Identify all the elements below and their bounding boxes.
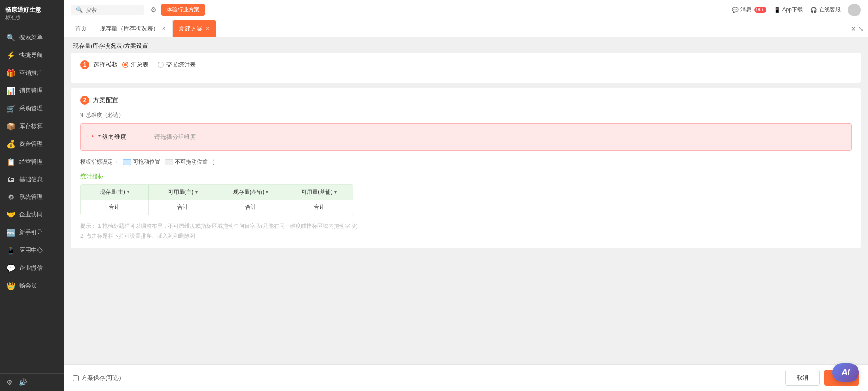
headset-icon: 🎧 bbox=[810, 7, 817, 13]
search-input[interactable] bbox=[86, 7, 131, 13]
tips-area: 提示： 1.拖动标题栏可以调整布局，不可跨维度或指标区域拖动任何目字段(只能在同… bbox=[80, 221, 852, 241]
tab-new-plan[interactable]: 新建方案✕ bbox=[173, 20, 216, 37]
messages-label: 消息 bbox=[740, 6, 751, 14]
sidebar-item-search-menu[interactable]: 🔍 搜索菜单 bbox=[0, 29, 64, 46]
sidebar-item-marketing[interactable]: 🎁 营销推广 bbox=[0, 64, 64, 82]
stats-table-header: 现存量(主)▾可用量(主)▾现存量(基辅)▾可用量(基辅)▾ bbox=[81, 185, 353, 200]
col-label: 现存量(基辅) bbox=[233, 188, 264, 196]
avatar[interactable] bbox=[848, 4, 861, 16]
stats-header-col[interactable]: 可用量(基辅)▾ bbox=[285, 185, 353, 200]
vertical-dim-label: * 纵向维度 bbox=[98, 133, 126, 141]
sidebar-item-members[interactable]: 👑 畅会员 bbox=[0, 277, 64, 295]
gear-icon[interactable]: ⚙ bbox=[150, 5, 157, 14]
sidebar-icon-members: 👑 bbox=[6, 282, 15, 290]
sidebar-item-new-guide[interactable]: 🆕 新手引导 bbox=[0, 224, 64, 242]
tab-home[interactable]: 首页 bbox=[68, 20, 93, 37]
radio-summary-dot bbox=[122, 62, 128, 68]
content-area: 现存量(库存状况表)方案设置 1 选择模板 汇总表 交叉统计表 bbox=[64, 37, 868, 364]
tabs-bar: 首页现存量（库存状况表）✕新建方案✕ ✕ ⤡ bbox=[64, 20, 868, 37]
indicator-settings-label: 模板指标设定（ bbox=[80, 158, 118, 166]
search-icon: 🔍 bbox=[76, 6, 83, 13]
messages-item[interactable]: 💬 消息 99+ bbox=[732, 6, 766, 14]
stats-body-cell: 合计 bbox=[149, 200, 217, 215]
industry-plan-button[interactable]: 体验行业方案 bbox=[161, 4, 205, 16]
section1-panel: 1 选择模板 汇总表 交叉统计表 bbox=[71, 53, 861, 83]
required-dash: —— bbox=[134, 134, 146, 141]
sidebar-item-inventory[interactable]: 📦 库存核算 bbox=[0, 118, 64, 135]
radio-cross-label: 交叉统计表 bbox=[166, 61, 196, 69]
save-checkbox-input[interactable] bbox=[73, 375, 79, 381]
sidebar-item-wechat[interactable]: 💬 企业微信 bbox=[0, 259, 64, 277]
app-download-item[interactable]: 📱 App下载 bbox=[774, 6, 803, 14]
speaker-icon[interactable]: 🔊 bbox=[19, 378, 27, 386]
topbar-right: 💬 消息 99+ 📱 App下载 🎧 在线客服 bbox=[732, 4, 861, 16]
sidebar-label-system: 系统管理 bbox=[19, 193, 43, 201]
tab-close-inventory[interactable]: ✕ bbox=[162, 26, 166, 31]
sidebar-item-system[interactable]: ⚙ 系统管理 bbox=[0, 188, 64, 206]
app-download-label: App下载 bbox=[782, 6, 803, 14]
radio-cross[interactable]: 交叉统计表 bbox=[158, 61, 196, 69]
stats-table: 现存量(主)▾可用量(主)▾现存量(基辅)▾可用量(基辅)▾ 合计合计合计合计 bbox=[80, 184, 353, 215]
template-radio-group: 汇总表 交叉统计表 bbox=[122, 61, 196, 69]
chevron-down-icon[interactable]: ▾ bbox=[127, 190, 129, 195]
tab-label-home: 首页 bbox=[75, 25, 87, 33]
sidebar-icon-marketing: 🎁 bbox=[6, 69, 15, 77]
section2-title: 方案配置 bbox=[93, 96, 118, 104]
sidebar-label-basic-info: 基础信息 bbox=[19, 175, 43, 184]
sidebar-label-purchase: 采购管理 bbox=[19, 104, 43, 113]
sidebar-item-sales[interactable]: 📊 销售管理 bbox=[0, 82, 64, 100]
chevron-down-icon[interactable]: ▾ bbox=[195, 190, 198, 195]
non-draggable-tag: 不可拖动位置 bbox=[165, 158, 208, 166]
online-service-item[interactable]: 🎧 在线客服 bbox=[810, 6, 841, 14]
sidebar-label-wechat: 企业微信 bbox=[19, 264, 43, 272]
close-panel-icon[interactable]: ✕ bbox=[851, 25, 856, 32]
sidebar-item-operations[interactable]: 📋 经营管理 bbox=[0, 153, 64, 171]
dim-placeholder[interactable]: 请选择分组维度 bbox=[154, 133, 196, 141]
col-label: 可用量(主) bbox=[168, 188, 194, 196]
stats-title: 统计指标 bbox=[80, 172, 852, 180]
radio-summary-label: 汇总表 bbox=[131, 61, 148, 69]
expand-panel-icon[interactable]: ⤡ bbox=[858, 25, 863, 32]
sidebar-label-inventory: 库存核算 bbox=[19, 122, 43, 130]
sidebar-item-purchase[interactable]: 🛒 采购管理 bbox=[0, 100, 64, 118]
tab-inventory[interactable]: 现存量（库存状况表）✕ bbox=[93, 20, 173, 37]
sidebar-item-basic-info[interactable]: 🗂 基础信息 bbox=[0, 171, 64, 188]
section1-badge: 1 bbox=[80, 60, 89, 69]
sidebar-item-quick-nav[interactable]: ⚡ 快捷导航 bbox=[0, 46, 64, 64]
sidebar-label-members: 畅会员 bbox=[19, 282, 37, 290]
stats-header-col[interactable]: 可用量(主)▾ bbox=[149, 185, 217, 200]
app-name: 畅康通好生意 bbox=[5, 6, 58, 14]
sidebar-icon-wechat: 💬 bbox=[6, 264, 15, 273]
radio-summary[interactable]: 汇总表 bbox=[122, 61, 148, 69]
sidebar: 畅康通好生意 标准版 🔍 搜索菜单 ⚡ 快捷导航 🎁 营销推广 📊 销售管理 🛒… bbox=[0, 0, 64, 391]
stats-header-col[interactable]: 现存量(主)▾ bbox=[81, 185, 149, 200]
sidebar-label-sales: 销售管理 bbox=[19, 87, 43, 95]
draggable-box bbox=[123, 159, 131, 165]
ai-button[interactable]: Ai bbox=[832, 363, 859, 382]
search-box: 🔍 bbox=[71, 5, 144, 15]
tab-close-new-plan[interactable]: ✕ bbox=[205, 26, 209, 31]
sidebar-item-app-center[interactable]: 📱 应用中心 bbox=[0, 242, 64, 259]
cancel-button[interactable]: 取消 bbox=[785, 370, 820, 386]
sidebar-label-operations: 经营管理 bbox=[19, 158, 43, 166]
stats-table-body: 合计合计合计合计 bbox=[81, 200, 353, 215]
sidebar-logo: 畅康通好生意 标准版 bbox=[0, 0, 64, 26]
non-draggable-label: 不可拖动位置 bbox=[175, 158, 208, 166]
bottom-bar: 方案保存(可选) 取消 查询 bbox=[64, 364, 868, 391]
sidebar-icon-search-menu: 🔍 bbox=[6, 33, 15, 42]
section1-header: 1 选择模板 汇总表 交叉统计表 bbox=[80, 60, 852, 69]
settings-icon[interactable]: ⚙ bbox=[6, 378, 12, 386]
chevron-down-icon[interactable]: ▾ bbox=[334, 190, 337, 195]
sidebar-icon-operations: 📋 bbox=[6, 158, 15, 166]
topbar: 🔍 ⚙ 体验行业方案 💬 消息 99+ 📱 App下载 🎧 在线客服 bbox=[64, 0, 868, 20]
tip-item: 提示： 1.拖动标题栏可以调整布局，不可跨维度或指标区域拖动任何目字段(只能在同… bbox=[80, 221, 852, 232]
stats-header-col[interactable]: 现存量(基辅)▾ bbox=[217, 185, 286, 200]
sidebar-footer: ⚙ 🔊 bbox=[0, 373, 64, 391]
sidebar-icon-new-guide: 🆕 bbox=[6, 228, 15, 237]
chevron-down-icon[interactable]: ▾ bbox=[266, 190, 268, 195]
indicator-settings-row: 模板指标设定（ 可拖动位置 不可拖动位置 ） bbox=[80, 158, 852, 166]
sidebar-item-cooperation[interactable]: 🤝 企业协同 bbox=[0, 206, 64, 224]
sidebar-item-finance[interactable]: 💰 资金管理 bbox=[0, 135, 64, 153]
sidebar-label-marketing: 营销推广 bbox=[19, 69, 43, 77]
save-checkbox[interactable]: 方案保存(可选) bbox=[73, 374, 121, 382]
